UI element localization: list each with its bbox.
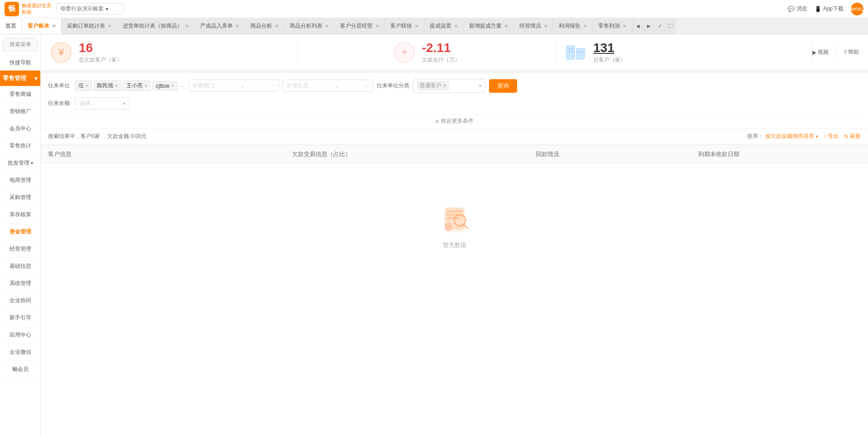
unit-type-filter[interactable]: 普通客户 ✕ ▾: [413, 79, 485, 93]
app-download-button[interactable]: 📱 App下载: [815, 5, 844, 13]
table-header: 客户信息 欠款交易信息（占比） 回款情况 到期未收款日期: [41, 146, 868, 163]
sidebar-item-ecommerce-mgmt[interactable]: 电商管理: [0, 172, 40, 189]
export-button[interactable]: ↑ 导出: [824, 133, 839, 140]
sidebar-item-basic-info[interactable]: 基础信息: [0, 258, 40, 275]
user-avatar[interactable]: demo2: [851, 3, 863, 15]
sidebar-item-enterprise-wechat[interactable]: 企业微信: [0, 344, 40, 361]
refresh-button[interactable]: ↻ 刷新: [844, 133, 861, 140]
stat-overdue-numbers: -2.11 欠款合计（万）: [422, 41, 460, 64]
sidebar-item-enterprise-coop[interactable]: 企业协同: [0, 292, 40, 309]
username-label: demo2: [849, 6, 866, 12]
help-divider: [836, 46, 836, 59]
dept-filter[interactable]: 分管部门 ⌄ ···: [188, 80, 279, 92]
filter-tag-normal-customer: 普通客户 ✕: [417, 81, 449, 90]
result-summary: 搜索结果中，客户0家 欠款金额 0.00元: [48, 133, 147, 140]
tab-accounts-close[interactable]: ✕: [52, 24, 56, 28]
tab-stock-stats[interactable]: 进货单统计表（按商品） ✕: [117, 18, 195, 34]
tab-retail-profit-close[interactable]: ✕: [623, 24, 626, 28]
filter-tag-normal-close[interactable]: ✕: [443, 83, 446, 88]
filter-bar: 往来单位 伍 ✕ 陈民强 ✕ 王小亮 ✕ cjttcw: [41, 73, 868, 128]
stat-overdue-icon: ✦: [393, 41, 416, 64]
sidebar-item-wholesale-mgmt[interactable]: 批发管理 ▾: [0, 155, 40, 172]
tab-customer-seg[interactable]: 客户分层经营 ✕: [335, 18, 385, 34]
tab-fullscreen-button[interactable]: ⛶: [665, 18, 676, 34]
balance-placeholder: 选择...: [79, 100, 95, 107]
tab-profit-report[interactable]: 利润报告 ✕: [553, 18, 593, 34]
filter-tag-wang: 王小亮 ✕: [123, 81, 151, 91]
sidebar-item-retail-mall[interactable]: 零售商城: [0, 86, 40, 103]
tab-raise-settings[interactable]: 提成设置 ✕: [424, 18, 464, 34]
filter-tags-more[interactable]: ···: [179, 82, 185, 90]
logo-text: 畅捷通好生意 标版: [22, 3, 52, 14]
tab-nav-prev[interactable]: ◀: [632, 18, 643, 34]
sidebar: 搜索菜单 快捷导航 零售管理 ▾ 零售商城 营销推广 会员中心 零售统计 批发管…: [0, 34, 41, 437]
tab-biz-close[interactable]: ✕: [544, 24, 547, 28]
tab-inbound-close[interactable]: ✕: [235, 24, 239, 28]
sidebar-section-label: 零售管理: [3, 74, 26, 82]
empty-icon: [436, 200, 473, 236]
tab-customer-contact[interactable]: 客户联络 ✕: [385, 18, 424, 34]
tab-raise-settings-label: 提成设置: [430, 22, 451, 30]
phone-icon: 📱: [815, 6, 821, 12]
collapse-filter-button[interactable]: ∧ 收起更多条件: [48, 114, 861, 128]
sidebar-item-operation-mgmt[interactable]: 经营管理: [0, 241, 40, 258]
video-help-button[interactable]: ▶ 视频: [812, 48, 829, 56]
tab-biz-status[interactable]: 经营情况 ✕: [514, 18, 553, 34]
tab-profit-close[interactable]: ✕: [583, 24, 587, 28]
col-customer-info: 客户信息: [48, 150, 292, 158]
main-layout: 搜索菜单 快捷导航 零售管理 ▾ 零售商城 营销推广 会员中心 零售统计 批发管…: [0, 34, 868, 437]
tab-product-list-close[interactable]: ✕: [325, 24, 329, 28]
tab-new-raise[interactable]: 新增提成方案 ✕: [464, 18, 514, 34]
tab-product-inbound[interactable]: 产成品入库单 ✕: [195, 18, 245, 34]
help-button[interactable]: ? 帮助: [844, 48, 859, 56]
tab-purchase-orders[interactable]: 采购订单统计表 ✕: [62, 18, 117, 34]
sidebar-item-purchase-mgmt[interactable]: 采购管理: [0, 189, 40, 206]
tab-new-raise-close[interactable]: ✕: [504, 24, 508, 28]
sidebar-item-system-mgmt[interactable]: 系统管理: [0, 275, 40, 292]
message-icon: 💬: [788, 6, 795, 12]
filter-tag-wu-close[interactable]: ✕: [85, 83, 89, 88]
filter-tag-wang-close[interactable]: ✕: [144, 83, 148, 88]
tab-bar: 首页 客户账本 ✕ 采购订单统计表 ✕ 进货单统计表（按商品） ✕ 产成品入库单…: [0, 18, 868, 34]
tab-biz-status-label: 经营情况: [519, 22, 541, 30]
messages-button[interactable]: 💬 消息: [788, 5, 807, 13]
play-icon: ▶: [812, 49, 816, 56]
sidebar-item-capital-mgmt[interactable]: 资金管理: [0, 223, 40, 241]
tab-customer-contact-label: 客户联络: [390, 22, 412, 30]
sidebar-search-button[interactable]: 搜索菜单: [3, 38, 38, 51]
tab-seg-close[interactable]: ✕: [375, 24, 379, 28]
tab-product-analysis-list[interactable]: 商品分析列表 ✕: [284, 18, 335, 34]
sidebar-item-inventory[interactable]: 库存核算: [0, 206, 40, 223]
logo-area: 畅 畅捷通好生意 标版: [5, 2, 52, 16]
query-button[interactable]: 查询: [489, 79, 517, 93]
tab-contact-close[interactable]: ✕: [415, 24, 418, 28]
sidebar-item-retail-stats[interactable]: 零售统计: [0, 138, 40, 155]
filter-tag-chen-close[interactable]: ✕: [115, 83, 118, 88]
company-selector[interactable]: 母婴行业演示账套 ▾: [56, 3, 124, 14]
filter-tag-cjttcw-close[interactable]: ✕: [171, 83, 174, 88]
tab-retail-profit[interactable]: 零售利润 ✕: [593, 18, 632, 34]
tab-product-analysis[interactable]: 商品分析 ✕: [245, 18, 284, 34]
sidebar-item-marketing[interactable]: 营销推广: [0, 103, 40, 120]
tab-nav-next[interactable]: ▶: [643, 18, 654, 34]
sort-value[interactable]: 按欠款金额倒序排序: [765, 133, 814, 140]
sidebar-section-retail[interactable]: 零售管理 ▾: [0, 71, 40, 86]
sidebar-item-newbie-guide[interactable]: 新手引导: [0, 309, 40, 327]
sidebar-item-vip[interactable]: 畅会员: [0, 361, 40, 378]
balance-filter[interactable]: 选择... ▾: [75, 97, 129, 109]
result-amount-text: 欠款金额 0.00元: [107, 133, 147, 139]
person-filter[interactable]: 分管人员 ⌄ ···: [283, 80, 373, 92]
sidebar-quick-nav[interactable]: 快捷导航: [0, 55, 40, 71]
tab-accounts[interactable]: 客户账本 ✕: [22, 18, 62, 34]
col-overdue-info: 欠款交易信息（占比）: [292, 150, 536, 158]
tab-accounts-label: 客户账本: [28, 22, 49, 30]
tab-expand-button[interactable]: ⤢: [654, 18, 665, 34]
empty-state-svg: [436, 197, 473, 238]
tab-stock-close[interactable]: ✕: [185, 24, 189, 28]
sidebar-item-member-center[interactable]: 会员中心: [0, 120, 40, 138]
sidebar-item-app-center[interactable]: 应用中心: [0, 327, 40, 344]
tab-raise-close[interactable]: ✕: [454, 24, 458, 28]
tab-product-close[interactable]: ✕: [275, 24, 278, 28]
tab-home[interactable]: 首页: [0, 18, 22, 34]
tab-purchase-close[interactable]: ✕: [108, 24, 111, 28]
